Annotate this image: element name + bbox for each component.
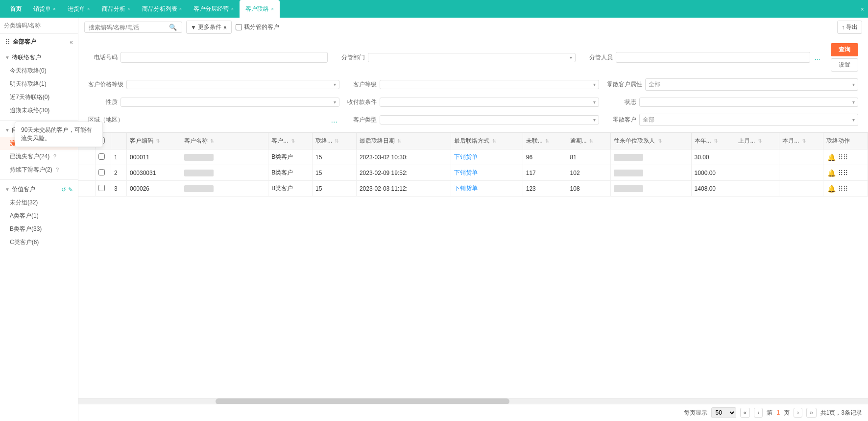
filter-occasional-attr-select[interactable]: 全部 ▾ <box>645 78 858 91</box>
nav-tab-customer-link[interactable]: 客户联络 × <box>240 0 280 18</box>
sidebar-item-churned[interactable]: 已流失客户(24) ? <box>0 150 78 163</box>
filter-payment-select[interactable]: ▾ <box>380 98 599 107</box>
filter-phone-input[interactable] <box>121 52 328 63</box>
row-code: 000026 <box>127 181 181 197</box>
blurred-name <box>184 154 214 161</box>
filter-nature-select[interactable]: ▾ <box>121 98 339 107</box>
page-size-select[interactable]: 50 20 100 <box>711 407 736 418</box>
row-contact: 15 <box>313 181 357 197</box>
edit-icon[interactable]: ✎ <box>68 186 73 193</box>
col-last-month: 上月... ⇅ <box>735 133 779 149</box>
close-product-analysis-list-icon[interactable]: × <box>179 6 182 12</box>
filter-nature: 性质 ▾ <box>84 96 343 109</box>
col-type: 客户... ⇅ <box>268 133 313 149</box>
action-contact-icon[interactable]: 🔔 <box>827 169 836 177</box>
nav-tab-sales[interactable]: 销货单 × <box>27 0 62 18</box>
status-dropdown-icon: ▾ <box>852 99 855 105</box>
my-customers-checkbox[interactable] <box>236 24 242 30</box>
horizontal-scrollbar[interactable] <box>78 398 868 404</box>
query-button[interactable]: 查询 <box>831 43 858 56</box>
action-contact-icon[interactable]: 🔔 <box>827 153 836 161</box>
nav-tab-customer-tier[interactable]: 客户分层经营 × <box>188 0 240 18</box>
filter-customer-level-select[interactable]: ▾ <box>380 80 599 89</box>
sort-name-icon[interactable]: ⇅ <box>210 138 214 144</box>
region-dots-button[interactable]: … <box>329 116 339 124</box>
occasional-dropdown-icon: ▾ <box>852 117 855 123</box>
main-layout: 🔍 ⠿ 全部客户 « ▼ 待联络客户 今天待联络(0) 明天待联络(1) 近7天… <box>0 18 868 421</box>
setting-button[interactable]: 设置 <box>831 58 858 72</box>
sort-this-month-icon[interactable]: ⇅ <box>802 138 806 144</box>
action-more-icon[interactable]: ⠿⠿ <box>838 169 848 177</box>
sidebar-item-a-class[interactable]: A类客户(1) <box>0 209 78 223</box>
contact-method-link[interactable]: 下销货单 <box>454 153 478 160</box>
row-checkbox-input[interactable] <box>98 153 105 160</box>
row-checkbox-input[interactable] <box>98 169 105 175</box>
sort-method-icon[interactable]: ⇅ <box>492 138 496 144</box>
my-customers-checkbox-label[interactable]: 我分管的客户 <box>236 23 279 31</box>
row-type: B类客户 <box>268 181 313 197</box>
first-page-button[interactable]: « <box>740 408 750 418</box>
close-customer-tier-icon[interactable]: × <box>231 6 234 12</box>
sort-contact-icon[interactable]: ⇅ <box>335 138 338 144</box>
sidebar-item-c-class[interactable]: C类客户(6) <box>0 236 78 249</box>
nav-tab-product-analysis-list[interactable]: 商品分析列表 × <box>136 0 188 18</box>
toolbar-search-icon[interactable]: 🔍 <box>169 24 177 31</box>
filter-manager-input[interactable] <box>616 52 810 63</box>
filter-row-1: 电话号码 分管部门 ▾ 分管人员 … <box>84 41 862 74</box>
row-settings <box>78 181 96 197</box>
sidebar-section-header-pending[interactable]: ▼ 待联络客户 <box>0 51 78 64</box>
close-sales-icon[interactable]: × <box>53 6 56 12</box>
sidebar-section-header-valued[interactable]: ▼ 价值客户 ↺ ✎ <box>0 183 78 196</box>
collapse-icon[interactable]: « <box>70 39 73 46</box>
manager-dots-button[interactable]: … <box>812 53 823 61</box>
close-customer-link-icon[interactable]: × <box>271 6 274 12</box>
sort-type-icon[interactable]: ⇅ <box>291 138 295 144</box>
close-purchase-icon[interactable]: × <box>87 6 90 12</box>
action-contact-icon[interactable]: 🔔 <box>827 185 836 193</box>
sort-no-contact-icon[interactable]: ⇅ <box>545 138 549 144</box>
sidebar-item-today[interactable]: 今天待联络(0) <box>0 64 78 77</box>
sidebar-divider-1 <box>0 120 78 121</box>
refresh-icon[interactable]: ↺ <box>61 186 66 193</box>
row-checkbox <box>96 149 111 165</box>
filter-nature-label: 性质 <box>88 98 118 106</box>
sidebar-all-customers[interactable]: ⠿ 全部客户 « <box>0 34 78 50</box>
filter-status-select[interactable]: ▾ <box>639 98 858 107</box>
sort-unit-contact-icon[interactable]: ⇅ <box>658 138 662 144</box>
close-all-button[interactable]: × <box>861 4 864 13</box>
sidebar-item-ungrouped[interactable]: 未分组(32) <box>0 196 78 209</box>
sort-last-month-icon[interactable]: ⇅ <box>758 138 762 144</box>
last-page-button[interactable]: » <box>806 408 817 418</box>
current-page-number: 1 <box>776 409 780 416</box>
filter-dept-select[interactable]: ▾ <box>368 53 575 62</box>
row-checkbox-input[interactable] <box>98 185 105 191</box>
sort-this-year-icon[interactable]: ⇅ <box>714 138 718 144</box>
price-level-dropdown-icon: ▾ <box>334 82 336 87</box>
sidebar-search-input[interactable] <box>4 22 77 29</box>
nav-tab-home[interactable]: 首页 <box>4 0 27 18</box>
filter-occasional-select[interactable]: 全部 ▾ <box>639 114 858 126</box>
filter-price-level-select[interactable]: ▾ <box>126 80 339 89</box>
nav-tab-purchase[interactable]: 进货单 × <box>62 0 96 18</box>
contact-method-link[interactable]: 下销货单 <box>454 185 478 192</box>
sort-date-icon[interactable]: ⇅ <box>397 138 401 144</box>
prev-page-button[interactable]: ‹ <box>754 408 763 418</box>
sort-code-icon[interactable]: ⇅ <box>156 138 160 144</box>
sort-overdue-icon[interactable]: ⇅ <box>589 138 593 144</box>
sidebar-item-overdue[interactable]: 逾期未联络(30) <box>0 104 78 117</box>
more-conditions-button[interactable]: ▼ 更多条件 ∧ <box>186 21 232 34</box>
next-page-button[interactable]: › <box>794 408 802 418</box>
action-more-icon[interactable]: ⠿⠿ <box>838 153 848 161</box>
sidebar-item-b-class[interactable]: B类客户(33) <box>0 223 78 236</box>
row-last-month <box>735 149 779 165</box>
search-input[interactable] <box>89 24 167 31</box>
contact-method-link[interactable]: 下销货单 <box>454 169 478 176</box>
sidebar-item-tomorrow[interactable]: 明天待联络(1) <box>0 77 78 91</box>
action-more-icon[interactable]: ⠿⠿ <box>838 185 848 193</box>
export-button[interactable]: ↑ 导出 <box>837 21 862 34</box>
sidebar-item-declining[interactable]: 持续下滑客户(2) ? <box>0 163 78 176</box>
nav-tab-product-analysis[interactable]: 商品分析 × <box>96 0 136 18</box>
filter-customer-type-select[interactable]: ▾ <box>380 115 599 124</box>
close-product-analysis-icon[interactable]: × <box>127 6 130 12</box>
sidebar-item-week[interactable]: 近7天待联络(0) <box>0 91 78 104</box>
